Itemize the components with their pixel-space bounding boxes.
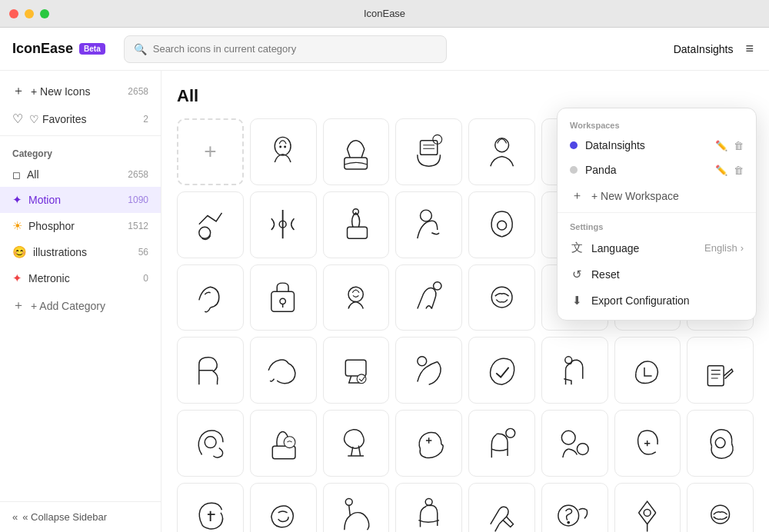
search-bar[interactable]: 🔍 [124,35,447,63]
delete-icon[interactable]: 🗑 [734,140,744,151]
delete-panda-icon[interactable]: 🗑 [734,165,744,176]
export-item[interactable]: ⬇ Export Configuration [558,288,756,314]
icon-cell[interactable] [395,410,462,477]
window-title: IconEase [364,8,405,19]
icon-cell[interactable] [323,483,390,532]
icon-cell[interactable] [323,264,390,331]
icon-cell[interactable] [468,118,535,185]
icon-cell[interactable] [250,264,317,331]
svg-point-47 [578,443,589,454]
svg-point-1 [280,145,282,148]
sidebar-item-all[interactable]: ◻ All 2658 [0,162,161,187]
window-controls[interactable] [9,9,49,18]
svg-point-26 [348,288,363,302]
add-icon-cell[interactable]: + [177,118,244,185]
heart-icon: ♡ [12,111,23,126]
icon-cell[interactable] [177,410,244,477]
sidebar-item-phosphor[interactable]: ☀ Phosphor 1512 [0,213,161,239]
category-section-title: Category [0,139,161,162]
icon-cell[interactable] [250,483,317,532]
icon-cell[interactable] [177,264,244,331]
icon-cell[interactable] [541,410,608,477]
icon-cell[interactable] [614,337,681,404]
metronic-count: 0 [143,273,148,284]
motion-icon: ✦ [12,193,22,207]
svg-point-13 [199,228,211,239]
icon-cell[interactable] [250,191,317,258]
icon-cell[interactable] [468,410,535,477]
phosphor-icon: ☀ [12,219,22,233]
workspaces-section-title: Workspaces [558,115,756,133]
maximize-button[interactable] [40,9,49,18]
icon-cell[interactable] [250,118,317,185]
workspace-name[interactable]: DataInsights [674,43,734,55]
svg-point-35 [357,374,366,384]
icon-cell[interactable] [323,410,390,477]
menu-icon[interactable]: ≡ [742,38,757,60]
reset-item[interactable]: ↺ Reset [558,261,756,288]
icon-cell[interactable] [250,337,317,404]
icon-cell[interactable] [177,483,244,532]
icon-cell[interactable] [250,410,317,477]
icon-cell[interactable] [614,483,681,532]
search-input[interactable] [153,43,437,55]
illustrations-count: 56 [138,247,148,258]
icon-cell[interactable] [395,264,462,331]
workspace-panda[interactable]: Panda ✏️ 🗑 [558,158,756,182]
svg-point-19 [497,221,506,231]
icon-cell[interactable] [468,337,535,404]
icon-cell[interactable] [323,191,390,258]
icon-cell[interactable] [395,118,462,185]
svg-point-36 [418,357,427,366]
all-label: All [27,168,128,181]
settings-section-title: Settings [558,216,756,234]
chevron-right-icon: › [741,242,744,254]
phosphor-label: Phosphor [28,220,128,232]
svg-point-51 [568,521,571,524]
all-count: 2658 [128,169,148,180]
sidebar-item-favorites[interactable]: ♡ ♡ Favorites 2 [0,105,161,132]
icon-cell[interactable] [541,337,608,404]
collapse-sidebar[interactable]: « « Collapse Sidebar [0,501,161,532]
close-button[interactable] [9,9,18,18]
svg-rect-38 [707,366,724,386]
icon-cell[interactable] [541,483,608,532]
icon-cell[interactable] [468,483,535,532]
sidebar-item-illustrations[interactable]: 😊 illustrations 56 [0,239,161,265]
new-workspace-item[interactable]: ＋ + New Workspace [558,182,756,209]
beta-badge: Beta [79,43,105,55]
icon-cell[interactable] [614,410,681,477]
sidebar-item-motion[interactable]: ✦ Motion 1090 [0,187,161,213]
icon-cell[interactable] [687,410,754,477]
svg-rect-34 [346,360,367,376]
icon-cell[interactable] [395,337,462,404]
icon-cell[interactable] [177,191,244,258]
new-icons-icon: ＋ [12,83,25,99]
language-icon: 文 [570,241,584,255]
icon-cell[interactable] [687,483,754,532]
icon-cell[interactable] [468,264,535,331]
edit-icon[interactable]: ✏️ [715,140,727,151]
svg-point-28 [491,288,512,308]
sidebar-item-new-icons[interactable]: ＋ + New Icons 2658 [0,77,161,105]
search-icon: 🔍 [134,43,147,55]
svg-point-37 [565,357,572,364]
add-category-icon: ＋ [12,298,25,314]
workspace-datainsights[interactable]: DataInsights ✏️ 🗑 [558,133,756,158]
icon-cell[interactable] [177,337,244,404]
icon-cell[interactable] [687,337,754,404]
icon-cell[interactable] [323,337,390,404]
export-icon: ⬇ [570,294,584,308]
language-item[interactable]: 文 Language English › [558,234,756,261]
motion-label: Motion [28,194,128,206]
icon-cell[interactable] [468,191,535,258]
minimize-button[interactable] [25,9,34,18]
sidebar-item-add-category[interactable]: ＋ + Add Category [0,291,161,320]
sidebar-item-metronic[interactable]: ✦ Metronic 0 [0,265,161,291]
icon-cell[interactable] [395,483,462,532]
edit-panda-icon[interactable]: ✏️ [715,165,727,176]
icon-cell[interactable] [323,118,390,185]
icon-cell[interactable] [395,191,462,258]
plus-icon: ＋ [570,188,584,203]
svg-rect-43 [273,446,296,458]
